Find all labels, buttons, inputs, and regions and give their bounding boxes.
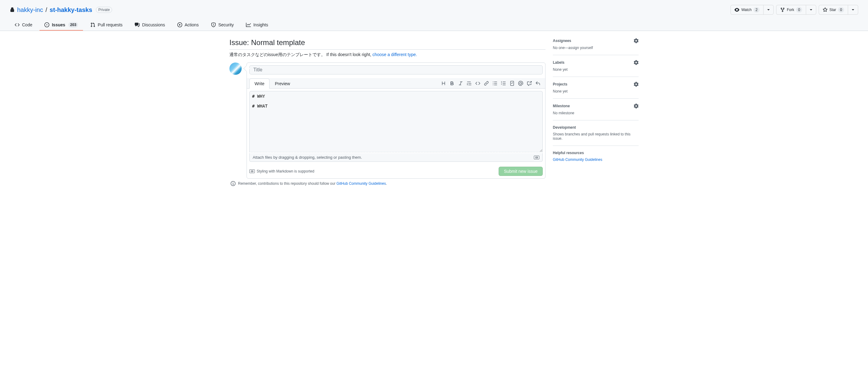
visibility-badge: Private [96, 7, 112, 13]
eye-icon [735, 7, 739, 12]
caret-down-icon [810, 9, 812, 10]
gear-icon[interactable] [634, 60, 639, 65]
reply-icon[interactable] [535, 81, 540, 86]
contribution-note: Remember, contributions to this reposito… [229, 181, 546, 186]
repo-header: hakky-inc / st-hakky-tasks Private Watch… [0, 0, 868, 31]
markdown-hint[interactable]: Styling with Markdown is supported [249, 169, 314, 173]
choose-template-link[interactable]: choose a different type. [372, 52, 417, 57]
watch-label: Watch [741, 7, 752, 13]
gear-icon[interactable] [634, 38, 639, 43]
body-textarea[interactable] [249, 91, 543, 152]
watch-dropdown[interactable] [764, 5, 774, 15]
fork-button[interactable]: Fork 0 [776, 5, 806, 15]
assignees-label: Assignees [553, 39, 571, 43]
repo-link[interactable]: st-hakky-tasks [50, 6, 92, 13]
watch-button[interactable]: Watch 2 [731, 5, 764, 15]
code-icon [15, 22, 20, 27]
submit-button[interactable]: Submit new issue [499, 167, 543, 176]
mention-icon[interactable] [518, 81, 523, 86]
fork-dropdown[interactable] [806, 5, 816, 15]
markdown-icon [534, 156, 539, 159]
attach-hint[interactable]: Attach files by dragging & dropping, sel… [249, 153, 543, 162]
assign-yourself-link[interactable]: assign yourself [568, 46, 593, 50]
graph-icon [246, 22, 251, 27]
heading-icon[interactable] [441, 81, 446, 86]
repo-title: hakky-inc / st-hakky-tasks Private [10, 6, 112, 13]
cross-reference-icon[interactable] [527, 81, 532, 86]
fork-label: Fork [787, 7, 794, 13]
tab-preview[interactable]: Preview [270, 79, 295, 89]
owner-link[interactable]: hakky-inc [17, 6, 43, 13]
italic-icon[interactable] [458, 81, 463, 86]
shield-icon [211, 22, 216, 27]
star-dropdown[interactable] [848, 5, 858, 15]
nav-pulls[interactable]: Pull requests [86, 20, 127, 31]
link-icon[interactable] [484, 81, 489, 86]
development-value: Shows branches and pull requests linked … [553, 132, 639, 141]
star-icon [823, 7, 828, 12]
issue-opened-icon [44, 22, 49, 27]
star-button[interactable]: Star 0 [819, 5, 848, 15]
template-note: 通常のタスクなどのissue用のテンプレートです。 If this doesn'… [229, 52, 546, 58]
title-input[interactable] [249, 65, 543, 75]
tab-write[interactable]: Write [249, 79, 270, 89]
watch-count: 2 [753, 7, 760, 12]
gear-icon[interactable] [634, 82, 639, 87]
nav-security[interactable]: Security [206, 20, 239, 31]
labels-value: None yet [553, 67, 639, 72]
comment-discussion-icon [135, 22, 140, 27]
list-ordered-icon[interactable] [501, 81, 506, 86]
nav-insights[interactable]: Insights [241, 20, 273, 31]
star-label: Star [829, 7, 836, 13]
caret-down-icon [767, 9, 770, 10]
community-guidelines-link[interactable]: GitHub Community Guidelines [337, 181, 386, 186]
bold-icon[interactable] [450, 81, 455, 86]
fork-count: 0 [796, 7, 802, 12]
quote-icon[interactable] [467, 81, 472, 86]
git-pull-request-icon [90, 22, 95, 27]
projects-label: Projects [553, 82, 567, 86]
assignees-value: No one—assign yourself [553, 46, 639, 50]
labels-label: Labels [553, 60, 564, 65]
tasklist-icon[interactable] [510, 81, 515, 86]
star-count: 0 [838, 7, 844, 12]
code-icon[interactable] [475, 81, 480, 86]
info-icon [230, 181, 236, 186]
markdown-toolbar [439, 80, 543, 87]
repo-forked-icon [780, 7, 785, 12]
markdown-icon [249, 170, 255, 173]
development-label: Development [553, 125, 576, 129]
lock-icon [10, 7, 15, 12]
gear-icon[interactable] [634, 104, 639, 109]
play-icon [177, 22, 182, 27]
page-title: Issue: Normal template [229, 38, 546, 50]
caret-down-icon [852, 9, 854, 10]
resources-label: Helpful resources [553, 151, 584, 155]
resources-link[interactable]: GitHub Community Guidelines [553, 157, 602, 162]
milestone-label: Milestone [553, 104, 570, 108]
nav-discussions[interactable]: Discussions [130, 20, 170, 31]
nav-code[interactable]: Code [10, 20, 37, 31]
issues-count: 203 [68, 22, 78, 28]
projects-value: None yet [553, 89, 639, 93]
list-unordered-icon[interactable] [493, 81, 497, 86]
repo-actions: Watch 2 Fork 0 Star 0 [731, 5, 858, 15]
milestone-value: No milestone [553, 111, 639, 115]
nav-issues[interactable]: Issues 203 [39, 20, 83, 31]
sidebar: Assignees No one—assign yourself Labels … [553, 38, 639, 186]
repo-nav: Code Issues 203 Pull requests Discussion… [10, 20, 858, 31]
avatar[interactable] [229, 62, 242, 75]
nav-actions[interactable]: Actions [173, 20, 204, 31]
compose-box: Write Preview [247, 62, 546, 179]
